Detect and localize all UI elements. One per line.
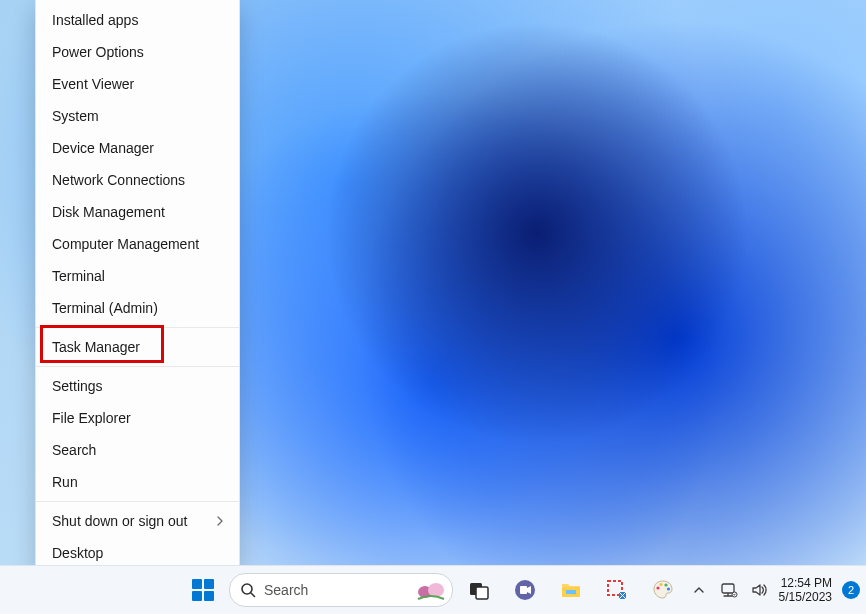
chat-icon xyxy=(513,578,537,602)
folder-icon xyxy=(559,578,583,602)
file-explorer-button[interactable] xyxy=(551,570,591,610)
menu-item-run[interactable]: Run xyxy=(36,466,239,498)
taskbar-center-group: Search xyxy=(183,570,683,610)
start-button[interactable] xyxy=(183,570,223,610)
svg-point-13 xyxy=(656,586,659,589)
paint-button[interactable] xyxy=(643,570,683,610)
menu-item-label: Settings xyxy=(52,378,103,394)
menu-separator xyxy=(36,501,239,502)
menu-item-device-manager[interactable]: Device Manager xyxy=(36,132,239,164)
clock-button[interactable]: 12:54 PM 5/15/2023 xyxy=(777,576,834,604)
menu-item-label: Desktop xyxy=(52,545,103,561)
clock-date: 5/15/2023 xyxy=(779,590,832,604)
svg-rect-8 xyxy=(566,590,576,594)
menu-item-label: Disk Management xyxy=(52,204,165,220)
windows-logo-icon xyxy=(192,579,214,601)
svg-rect-17 xyxy=(722,584,734,593)
menu-item-search[interactable]: Search xyxy=(36,434,239,466)
snip-icon xyxy=(606,579,628,601)
task-view-button[interactable] xyxy=(459,570,499,610)
network-button[interactable] xyxy=(717,570,741,610)
menu-item-label: Terminal xyxy=(52,268,105,284)
menu-item-shut-down-or-sign-out[interactable]: Shut down or sign out xyxy=(36,505,239,537)
tray-overflow-button[interactable] xyxy=(687,570,711,610)
menu-separator xyxy=(36,366,239,367)
menu-item-computer-management[interactable]: Computer Management xyxy=(36,228,239,260)
menu-item-settings[interactable]: Settings xyxy=(36,370,239,402)
menu-item-event-viewer[interactable]: Event Viewer xyxy=(36,68,239,100)
chat-button[interactable] xyxy=(505,570,545,610)
menu-item-label: Power Options xyxy=(52,44,144,60)
menu-separator xyxy=(36,327,239,328)
menu-item-label: Task Manager xyxy=(52,339,140,355)
snipping-tool-button[interactable] xyxy=(597,570,637,610)
svg-rect-7 xyxy=(520,586,527,594)
chevron-up-icon xyxy=(693,584,705,596)
search-highlight-icon xyxy=(416,579,446,601)
menu-item-terminal[interactable]: Terminal xyxy=(36,260,239,292)
volume-button[interactable] xyxy=(747,570,771,610)
svg-rect-5 xyxy=(476,587,488,599)
menu-item-label: Computer Management xyxy=(52,236,199,252)
menu-item-installed-apps[interactable]: Installed apps xyxy=(36,4,239,36)
menu-item-task-manager[interactable]: Task Manager xyxy=(36,331,239,363)
menu-item-label: File Explorer xyxy=(52,410,131,426)
menu-item-label: Installed apps xyxy=(52,12,138,28)
menu-item-terminal-admin[interactable]: Terminal (Admin) xyxy=(36,292,239,324)
notifications-button[interactable]: 2 xyxy=(842,581,860,599)
network-icon xyxy=(720,581,738,599)
task-view-icon xyxy=(468,579,490,601)
svg-point-15 xyxy=(664,583,667,586)
menu-item-label: System xyxy=(52,108,99,124)
menu-item-label: Run xyxy=(52,474,78,490)
svg-point-14 xyxy=(659,583,662,586)
menu-item-network-connections[interactable]: Network Connections xyxy=(36,164,239,196)
chevron-right-icon xyxy=(215,516,225,526)
svg-point-3 xyxy=(428,583,444,597)
notification-count: 2 xyxy=(848,584,854,596)
search-icon xyxy=(240,582,256,598)
menu-item-disk-management[interactable]: Disk Management xyxy=(36,196,239,228)
taskbar: Search xyxy=(0,565,866,614)
svg-point-16 xyxy=(667,587,670,590)
menu-item-label: Shut down or sign out xyxy=(52,513,187,529)
paint-icon xyxy=(651,578,675,602)
menu-item-power-options[interactable]: Power Options xyxy=(36,36,239,68)
menu-item-label: Terminal (Admin) xyxy=(52,300,158,316)
menu-item-system[interactable]: System xyxy=(36,100,239,132)
menu-item-file-explorer[interactable]: File Explorer xyxy=(36,402,239,434)
svg-line-1 xyxy=(251,593,255,597)
menu-item-label: Device Manager xyxy=(52,140,154,156)
menu-item-label: Network Connections xyxy=(52,172,185,188)
menu-item-label: Search xyxy=(52,442,96,458)
system-tray: 12:54 PM 5/15/2023 2 xyxy=(687,566,860,614)
clock-time: 12:54 PM xyxy=(779,576,832,590)
taskbar-search[interactable]: Search xyxy=(229,573,453,607)
speaker-icon xyxy=(750,581,768,599)
menu-item-label: Event Viewer xyxy=(52,76,134,92)
start-context-menu: Installed apps Power Options Event Viewe… xyxy=(35,0,240,576)
